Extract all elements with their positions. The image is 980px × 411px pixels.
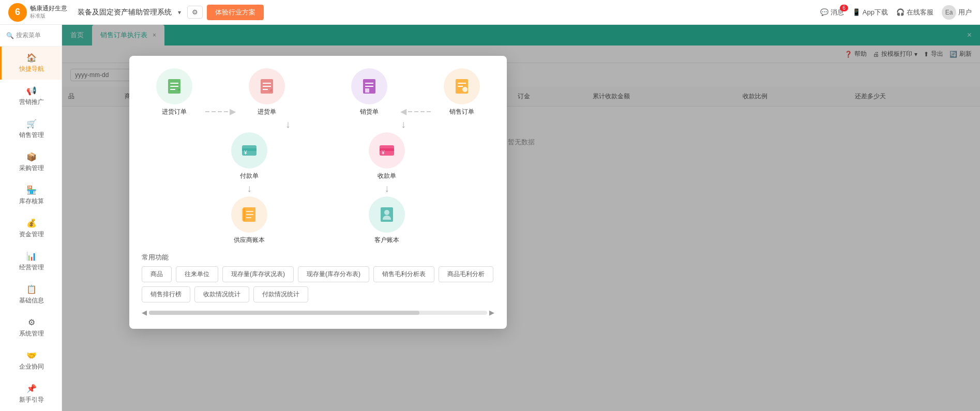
logo-text: 畅康通好生意 [30,5,67,13]
avatar: Ea [942,5,956,20]
logo-icon: 6 [8,3,27,22]
down-arrow-purchase: ↓ [270,118,306,130]
supplier-ledger-label: 供应商账本 [234,236,265,245]
megaphone-icon: 📢 [26,86,37,96]
online-service-button[interactable]: 🎧 在线客服 [896,8,933,17]
receipt-icon: ¥ [369,132,405,169]
svg-text:¥: ¥ [381,150,385,156]
spacer-r2n-2 [297,132,339,180]
spacer-r3-1 [165,182,201,194]
common-btn-goods-margin[interactable]: 商品毛利分析 [439,266,493,282]
flow-node-supplier-ledger[interactable]: 供应商账本 [231,196,267,245]
online-service-label: 在线客服 [907,8,933,17]
sidebar-item-purchase[interactable]: 📦 采购管理 [0,146,62,179]
scroll-track[interactable] [149,311,487,315]
gear-icon: ⚙ [28,317,35,327]
sidebar-search-area: 🔍 搜索菜单 [0,25,62,47]
sidebar-item-inventory[interactable]: 🏪 库存核算 [0,179,62,212]
sidebar-item-operations[interactable]: 📊 经营管理 [0,245,62,278]
svg-point-28 [384,210,389,215]
money-icon: 💰 [26,218,37,228]
common-btn-sales-rank[interactable]: 销售排行榜 [142,286,190,302]
app-wrapper: 6 畅康通好生意 标准版 装备及固定资产辅助管理系统 ▾ ⚙ 体验行业方案 💬 … [0,0,980,411]
common-functions-title: 常用功能 [142,253,494,262]
try-plan-button[interactable]: 体验行业方案 [207,5,264,20]
common-btn-stock-status[interactable]: 现存量(库存状况表) [222,266,294,282]
sidebar-item-label: 销售管理 [19,131,44,140]
sidebar-item-label: 系统管理 [19,329,44,338]
common-btn-goods[interactable]: 商品 [142,266,172,282]
app-download-button[interactable]: 📱 App下载 [852,8,888,17]
common-btn-payment-stats[interactable]: 付款情况统计 [253,286,308,302]
message-badge: 6 [840,5,848,11]
cart-icon: 🛒 [26,119,37,129]
sidebar-item-system[interactable]: ⚙ 系统管理 [0,311,62,344]
flow-node-purchase-order[interactable]: 进货订单 [156,68,192,116]
sales-order-icon [444,68,480,104]
payment-label: 付款单 [240,172,259,180]
clipboard-icon: 📋 [26,284,37,294]
spacer-r3n-2 [297,196,339,245]
search-menu-button[interactable]: 🔍 搜索菜单 [4,29,57,42]
sidebar-item-label: 快捷导航 [19,65,44,73]
message-button[interactable]: 💬 消息 6 [820,8,844,17]
customer-ledger-label: 客户账本 [374,236,399,245]
app-download-label: App下载 [863,8,888,17]
sidebar-item-finance[interactable]: 💰 资金管理 [0,212,62,245]
sidebar-item-newbie[interactable]: 📌 新手引导 [0,377,62,410]
spacer-r3-2 [297,182,339,194]
common-btn-partners[interactable]: 往来单位 [176,266,218,282]
flow-node-sales-bill[interactable]: 销货单 [351,68,387,116]
scroll-thumb [149,311,419,315]
home-icon: 🏠 [26,53,37,63]
flow-node-payment[interactable]: ¥ 付款单 [231,132,267,180]
sidebar-item-sales[interactable]: 🛒 销售管理 [0,113,62,146]
settings-button[interactable]: ⚙ [187,6,203,19]
common-btn-sales-margin[interactable]: 销售毛利分析表 [373,266,434,282]
flow-node-receipt[interactable]: ¥ 收款单 [369,132,405,180]
sidebar-item-basic-info[interactable]: 📋 基础信息 [0,278,62,311]
phone-icon: 📱 [852,8,861,16]
flow-node-purchase-bill[interactable]: 进货单 [249,68,285,116]
flow-node-customer-ledger[interactable]: 客户账本 [369,196,405,245]
common-functions-section: 常用功能 商品 往来单位 现存量(库存状况表) 现存量(库存分布表) 销售毛利分… [142,253,494,302]
purchase-bill-label: 进货单 [258,108,276,116]
spacer-row2-1 [159,118,195,130]
purchase-order-icon [156,68,192,104]
modal-overlay: 进货订单 ▶ [62,25,980,411]
spacer-r2n-3 [435,132,471,180]
system-dropdown-button[interactable]: ▾ [178,9,181,16]
svg-rect-11 [365,88,369,93]
scroll-left-icon[interactable]: ◀ [142,309,147,316]
logo-sub: 标准版 [30,12,67,20]
top-bar: 6 畅康通好生意 标准版 装备及固定资产辅助管理系统 ▾ ⚙ 体验行业方案 💬 … [0,0,980,25]
spacer-row2-3 [325,118,366,130]
guide-icon: 📌 [26,384,37,393]
customer-ledger-icon [369,196,405,233]
top-right-area: 💬 消息 6 📱 App下载 🎧 在线客服 Ea 用户 [820,5,972,20]
system-title: 装备及固定资产辅助管理系统 [78,8,172,17]
sidebar: 🔍 搜索菜单 🏠 快捷导航 📢 营销推广 🛒 销售管理 📦 采购管理 [0,25,62,411]
logo-text-group: 畅康通好生意 标准版 [30,5,67,20]
down-arrow-receipt: ↓ [369,182,405,194]
user-label: 用户 [958,8,972,17]
sidebar-item-collab[interactable]: 🤝 企业协同 [0,344,62,377]
common-btn-receipt-stats[interactable]: 收款情况统计 [194,286,249,302]
store-icon: 🏪 [26,185,37,195]
user-avatar-button[interactable]: Ea 用户 [942,5,972,20]
flow-modal: 进货订单 ▶ [129,56,507,329]
down-arrow-sales: ↓ [385,118,421,130]
down-arrow-payment: ↓ [231,182,267,194]
purchase-bill-icon [249,68,285,104]
sidebar-item-marketing[interactable]: 📢 营销推广 [0,80,62,113]
sidebar-item-quick-nav[interactable]: 🏠 快捷导航 [0,47,62,80]
flow-node-sales-order[interactable]: 销售订单 [444,68,480,116]
scroll-right-icon[interactable]: ▶ [489,309,494,316]
sales-bill-icon [351,68,387,104]
arrow-sales-to-order: ◀ [400,96,431,116]
supplier-ledger-icon [231,196,267,233]
svg-rect-23 [242,208,245,221]
common-btn-stock-dist[interactable]: 现存量(库存分布表) [298,266,369,282]
common-buttons-row1: 商品 往来单位 现存量(库存状况表) 现存量(库存分布表) 销售毛利分析表 商品… [142,266,494,282]
content-area: 首页 销售订单执行表 × × ❓ 帮助 🖨 按模板打印 ▾ [62,25,980,411]
